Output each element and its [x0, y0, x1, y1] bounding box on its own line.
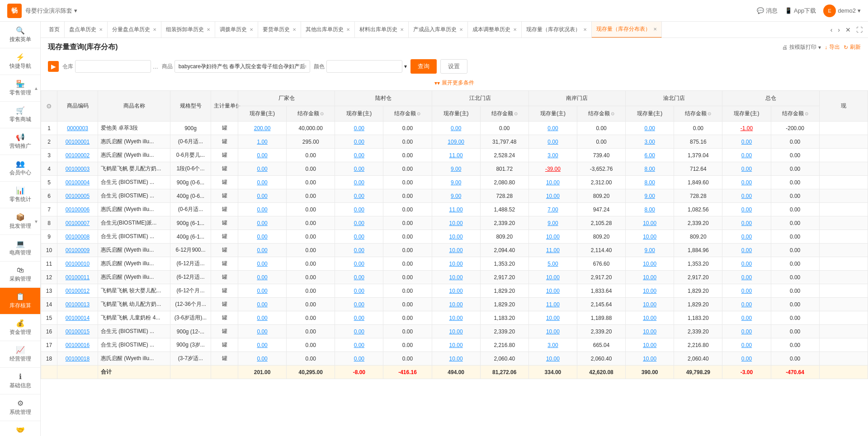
sidebar-item-ecommerce[interactable]: 💻 电商管理: [0, 235, 40, 262]
sidebar-item-collab[interactable]: 🤝 企业协同: [0, 421, 40, 436]
tab-close-icon[interactable]: ✕: [459, 27, 463, 32]
page-area: 现存量查询(库存分布) 🖨 按模版打印 ▾ ↓ 导出 ↻ 刷新: [41, 38, 868, 436]
sidebar-item-retailstats[interactable]: 📊 零售统计: [0, 182, 40, 208]
tab-expand-icon[interactable]: ⛶: [854, 25, 864, 34]
lucun-info-icon[interactable]: ⊙: [417, 111, 420, 116]
expand-button[interactable]: ▾▾ 展开更多条件: [434, 79, 474, 87]
cell-c1-qty: 0.00: [238, 352, 287, 366]
tab-material-outbound[interactable]: 材料出库单历史 ✕: [355, 22, 409, 38]
cell-spec: 400g (0-6...: [170, 189, 211, 203]
col-header-nanan-qty: 现存量(主): [528, 106, 577, 122]
cell-spec: (3-7岁适...: [170, 352, 211, 366]
cell-total-amt: 0.00: [771, 257, 819, 271]
expand-label: 展开更多条件: [442, 79, 474, 87]
store-selector[interactable]: 母婴行业演示陈套 ▾: [25, 7, 77, 15]
tab-close-icon[interactable]: ✕: [250, 27, 253, 32]
cell-extra: [819, 135, 868, 149]
factory-info-icon[interactable]: ⊙: [320, 111, 324, 116]
sidebar-item-marketing[interactable]: 📢 营销推广: [0, 128, 40, 155]
user-menu[interactable]: E demo2 ▾: [823, 5, 861, 17]
total-info-icon[interactable]: ⊙: [805, 111, 808, 116]
warehouse-input[interactable]: [75, 60, 151, 73]
tab-requisition-history-label: 要货单历史: [263, 26, 290, 33]
color-input[interactable]: [326, 60, 402, 73]
tab-home[interactable]: 首页: [44, 22, 65, 38]
cell-c2-amt: 0.00: [383, 149, 432, 162]
sidebar-item-inventory[interactable]: 📋 库存核算: [0, 288, 40, 314]
sidebar-wholesale-label: 批发管理: [2, 222, 38, 230]
retail-icon: 🏪: [2, 80, 38, 88]
tab-stock-distribution[interactable]: 现存量（库存分布表） ✕: [592, 22, 662, 38]
tab-other-outbound[interactable]: 其他出库单历史 ✕: [301, 22, 355, 38]
tab-prev-icon[interactable]: ‹: [829, 25, 835, 34]
cell-c4-qty: 10.00: [528, 325, 577, 338]
tab-cost-adjust[interactable]: 成本调整单历史 ✕: [468, 22, 522, 38]
cell-spec: (6-12个月...: [170, 284, 211, 298]
sidebar-item-purchase[interactable]: 🛍 采购管理: [0, 262, 40, 288]
goods-input[interactable]: [175, 60, 310, 73]
sidebar-item-finance[interactable]: 💰 资金管理: [0, 314, 40, 341]
top-bar: 畅 母婴行业演示陈套 ▾ 💬 消息 📱 App下载 E demo2 ▾: [0, 0, 868, 22]
tab-close-icon[interactable]: ✕: [400, 27, 404, 32]
cell-total-amt: 0.00: [771, 325, 819, 338]
table-row: 6 00100005 合生元 (BIOSTIME) ... 400g (0-6.…: [41, 189, 868, 203]
tab-requisition-history[interactable]: 要货单历史 ✕: [258, 22, 301, 38]
data-table: ⚙ 商品编码 商品名称 规格型号 主计量单位 厂家仓 陆村仓 江北门店 南岸门店…: [41, 90, 868, 379]
sidebar-item-management[interactable]: 📈 经营管理: [0, 341, 40, 368]
print-button[interactable]: 🖨 按模版打印 ▾: [782, 43, 821, 51]
sidebar-retail-label: 零售管理: [2, 89, 38, 97]
tab-close-icon[interactable]: ✕: [207, 27, 210, 32]
cell-code: 00100002: [57, 149, 98, 162]
sidebar-item-retail[interactable]: 🏪 零售管理 ▲: [0, 75, 40, 102]
cell-extra: [819, 257, 868, 271]
tab-assembly-history[interactable]: 组装拆卸单历史 ✕: [161, 22, 215, 38]
sidebar-item-system[interactable]: ⚙ 系统管理: [0, 394, 40, 421]
yubei-info-icon[interactable]: ⊙: [708, 111, 711, 116]
table-wrapper[interactable]: ⚙ 商品编码 商品名称 规格型号 主计量单位 厂家仓 陆村仓 江北门店 南岸门店…: [41, 90, 868, 436]
tab-close-icon[interactable]: ✕: [583, 27, 587, 32]
sidebar-item-search[interactable]: 🔍 搜索英单: [0, 22, 40, 48]
cell-c4-qty: 10.00: [528, 311, 577, 325]
setting-button[interactable]: 设置: [440, 59, 467, 74]
query-button[interactable]: 查询: [410, 59, 437, 74]
tab-transfer-history[interactable]: 调拨单历史 ✕: [215, 22, 258, 38]
cell-c4-amt: 947.24: [577, 203, 625, 216]
tab-next-icon[interactable]: ›: [836, 25, 842, 34]
gear-icon[interactable]: ⚙: [46, 103, 52, 110]
cell-total-qty: 0.00: [722, 298, 771, 311]
sidebar-item-wholesale[interactable]: 📦 批发管理 ▼: [0, 208, 40, 235]
sidebar-member-label: 会员中心: [2, 169, 38, 177]
sidebar-item-basic[interactable]: ℹ 基础信息: [0, 368, 40, 394]
cell-c5-amt: 0.00: [674, 122, 722, 135]
filter-toggle-button[interactable]: ▶: [48, 61, 59, 72]
tab-product-inbound[interactable]: 产成品入库单历史 ✕: [409, 22, 468, 38]
tab-close-icon[interactable]: ✕: [99, 27, 103, 32]
cell-c5-amt: 2,917.20: [674, 271, 722, 284]
tab-close-all-icon[interactable]: ✕: [844, 25, 853, 34]
refresh-button[interactable]: ↻ 刷新: [844, 43, 861, 51]
cell-c4-qty: 11.00: [528, 244, 577, 257]
total-total-qty: -3.00: [722, 366, 771, 379]
message-button[interactable]: 💬 消息: [757, 7, 778, 15]
export-button[interactable]: ↓ 导出: [825, 43, 840, 51]
tab-close-icon[interactable]: ✕: [346, 27, 350, 32]
tab-inventory-check-history[interactable]: 盘点单历史 ✕: [65, 22, 108, 38]
tab-close-icon[interactable]: ✕: [653, 27, 657, 32]
jiangbei-info-icon[interactable]: ⊙: [514, 111, 518, 116]
cell-name: 惠氏启醒 (Wyeth illu...: [98, 149, 170, 162]
tab-close-icon[interactable]: ✕: [513, 27, 517, 32]
tab-portion-check-history[interactable]: 分量盘点单历史 ✕: [108, 22, 161, 38]
cell-c4-amt: 2,312.00: [577, 176, 625, 189]
app-download-button[interactable]: 📱 App下载: [785, 7, 816, 15]
retailstats-icon: 📊: [2, 186, 38, 195]
sidebar-item-member[interactable]: 👥 会员中心: [0, 155, 40, 182]
nanan-info-icon[interactable]: ⊙: [611, 111, 614, 116]
tab-stock-status[interactable]: 现存量（库存状况表） ✕: [522, 22, 592, 38]
logo-icon: 畅: [7, 4, 22, 18]
cell-code: 00100012: [57, 284, 98, 298]
sidebar-item-quicknav[interactable]: ⚡ 快捷导航: [0, 48, 40, 75]
sidebar-item-mall[interactable]: 🛒 零售商城: [0, 102, 40, 128]
tab-close-icon[interactable]: ✕: [292, 27, 296, 32]
cell-c3-qty: 109.00: [432, 135, 480, 149]
tab-close-icon[interactable]: ✕: [153, 27, 156, 32]
